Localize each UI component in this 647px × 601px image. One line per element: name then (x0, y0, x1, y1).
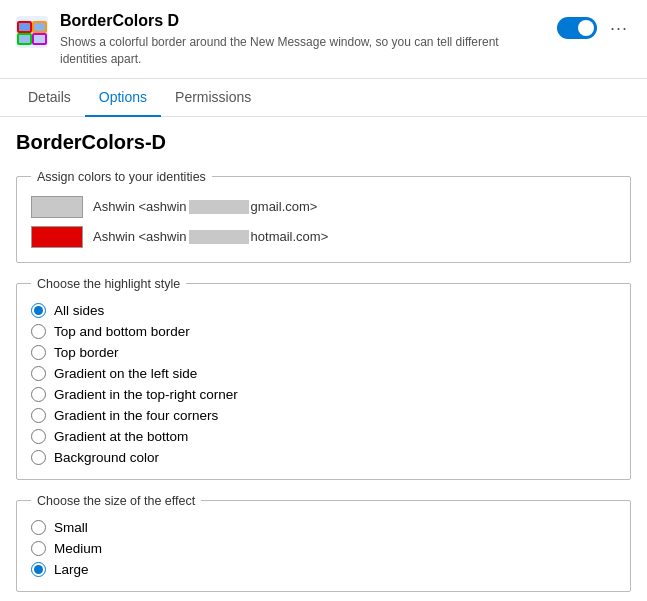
size-label-small: Small (54, 520, 88, 535)
radio-large[interactable] (31, 562, 46, 577)
addon-toggle[interactable] (557, 17, 597, 39)
addon-title: BorderColors D (60, 12, 547, 30)
identities-section: Assign colors to your identities Ashwin … (16, 170, 631, 263)
size-option-medium[interactable]: Medium (31, 541, 616, 556)
radio-top-bottom[interactable] (31, 324, 46, 339)
identity-label-2: Ashwin <ashwinhotmail.com> (93, 229, 328, 245)
highlight-option-gradient-fourcorners[interactable]: Gradient in the four corners (31, 408, 616, 423)
color-swatch-2[interactable] (31, 226, 83, 248)
identity-label-1: Ashwin <ashwingmail.com> (93, 199, 317, 215)
tab-bar: Details Options Permissions (0, 79, 647, 117)
radio-background-color[interactable] (31, 450, 46, 465)
identities-legend: Assign colors to your identities (31, 170, 212, 184)
radio-all-sides[interactable] (31, 303, 46, 318)
addon-icon (14, 14, 50, 50)
addon-description: Shows a colorful border around the New M… (60, 34, 547, 68)
size-legend: Choose the size of the effect (31, 494, 201, 508)
highlight-radio-group: All sides Top and bottom border Top bord… (31, 303, 616, 465)
size-section: Choose the size of the effect Small Medi… (16, 494, 631, 592)
highlight-label-gradient-bottom: Gradient at the bottom (54, 429, 188, 444)
highlight-option-gradient-bottom[interactable]: Gradient at the bottom (31, 429, 616, 444)
highlight-legend: Choose the highlight style (31, 277, 186, 291)
highlight-option-top-bottom[interactable]: Top and bottom border (31, 324, 616, 339)
radio-gradient-topright[interactable] (31, 387, 46, 402)
size-option-large[interactable]: Large (31, 562, 616, 577)
highlight-option-all-sides[interactable]: All sides (31, 303, 616, 318)
radio-gradient-bottom[interactable] (31, 429, 46, 444)
svg-rect-1 (18, 22, 31, 32)
page-title: BorderColors-D (16, 131, 631, 154)
redacted-2 (189, 230, 249, 244)
highlight-label-gradient-left: Gradient on the left side (54, 366, 197, 381)
size-option-small[interactable]: Small (31, 520, 616, 535)
highlight-option-background-color[interactable]: Background color (31, 450, 616, 465)
addon-controls: ··· (557, 14, 633, 42)
highlight-label-all-sides: All sides (54, 303, 104, 318)
highlight-label-top-border: Top border (54, 345, 119, 360)
addon-header: BorderColors D Shows a colorful border a… (0, 0, 647, 79)
size-label-large: Large (54, 562, 89, 577)
identity-row-2: Ashwin <ashwinhotmail.com> (31, 226, 616, 248)
highlight-label-background-color: Background color (54, 450, 159, 465)
tab-options[interactable]: Options (85, 79, 161, 117)
redacted-1 (189, 200, 249, 214)
radio-top-border[interactable] (31, 345, 46, 360)
svg-rect-3 (33, 22, 46, 32)
size-radio-group: Small Medium Large (31, 520, 616, 577)
svg-rect-7 (33, 34, 46, 44)
identity-row-1: Ashwin <ashwingmail.com> (31, 196, 616, 218)
more-options-button[interactable]: ··· (605, 14, 633, 42)
radio-small[interactable] (31, 520, 46, 535)
svg-rect-5 (18, 34, 31, 44)
options-content: BorderColors-D Assign colors to your ide… (0, 117, 647, 601)
highlight-label-gradient-topright: Gradient in the top-right corner (54, 387, 238, 402)
tab-details[interactable]: Details (14, 79, 85, 117)
highlight-section: Choose the highlight style All sides Top… (16, 277, 631, 480)
radio-gradient-left[interactable] (31, 366, 46, 381)
highlight-label-top-bottom: Top and bottom border (54, 324, 190, 339)
highlight-option-top-border[interactable]: Top border (31, 345, 616, 360)
size-label-medium: Medium (54, 541, 102, 556)
addon-info: BorderColors D Shows a colorful border a… (60, 12, 547, 68)
highlight-option-gradient-left[interactable]: Gradient on the left side (31, 366, 616, 381)
radio-gradient-fourcorners[interactable] (31, 408, 46, 423)
highlight-label-gradient-fourcorners: Gradient in the four corners (54, 408, 218, 423)
color-swatch-1[interactable] (31, 196, 83, 218)
tab-permissions[interactable]: Permissions (161, 79, 265, 117)
radio-medium[interactable] (31, 541, 46, 556)
highlight-option-gradient-topright[interactable]: Gradient in the top-right corner (31, 387, 616, 402)
